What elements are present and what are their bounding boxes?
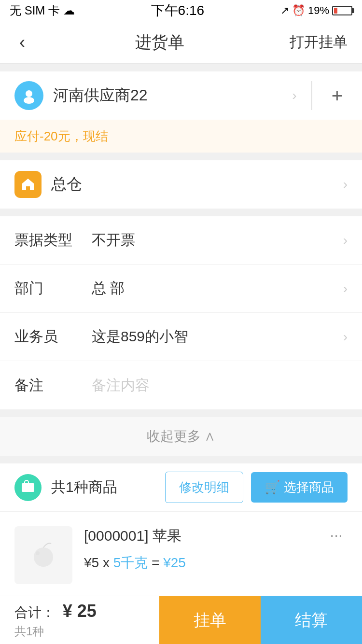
sales-row[interactable]: 业务员 这是859的小智 › xyxy=(0,313,362,361)
invoice-value: 不开票 xyxy=(82,230,343,250)
select-product-button[interactable]: 🛒 选择商品 xyxy=(251,472,348,503)
product-code: [0000001] xyxy=(84,528,148,544)
person-icon xyxy=(20,87,38,104)
supplier-name: 河南供应商22 xyxy=(53,85,292,106)
product-title: 苹果 xyxy=(153,528,181,544)
warehouse-chevron-icon: › xyxy=(343,177,348,192)
product-more-button[interactable]: ··· xyxy=(325,526,348,544)
remark-row[interactable]: 备注 备注内容 xyxy=(0,361,362,409)
status-left: 无 SIM 卡 ☁ xyxy=(10,3,75,18)
equals-sign: = xyxy=(152,555,163,570)
svg-point-3 xyxy=(34,547,53,567)
svg-point-0 xyxy=(26,90,32,97)
product-count-text: 共1种商品 xyxy=(51,477,165,497)
chevron-right-icon: › xyxy=(292,88,296,103)
multiply-sign: x xyxy=(103,555,113,570)
hang-button[interactable]: 挂单 xyxy=(159,596,261,644)
warehouse-icon xyxy=(14,171,42,198)
svg-point-1 xyxy=(24,97,34,104)
sales-label: 业务员 xyxy=(14,327,82,347)
footer: 合计： ¥ 25 共1种 挂单 结算 xyxy=(0,596,362,644)
invoice-row[interactable]: 票据类型 不开票 › xyxy=(0,216,362,265)
total-label: 合计： xyxy=(14,605,55,620)
dept-chevron-icon: › xyxy=(343,281,348,296)
dept-row[interactable]: 部门 总 部 › xyxy=(0,265,362,313)
warehouse-name: 总仓 xyxy=(51,174,343,195)
product-info: [0000001] 苹果 ¥5 x 5千克 = ¥25 xyxy=(84,526,325,572)
unit-price: ¥5 xyxy=(84,555,99,570)
select-product-icon: 🛒 xyxy=(265,480,280,495)
status-right: ↗ ⏰ 19% xyxy=(280,4,352,17)
product-total: ¥25 xyxy=(163,555,186,570)
location-icon: ↗ xyxy=(280,4,289,17)
divider xyxy=(311,81,312,110)
product-section: 共1种商品 修改明细 🛒 选择商品 [0000001] 苹果 xyxy=(0,463,362,599)
total-line1: 合计： ¥ 25 xyxy=(14,601,145,622)
add-button[interactable]: + xyxy=(327,80,348,112)
remark-input[interactable]: 备注内容 xyxy=(82,376,348,395)
back-button[interactable]: ‹ xyxy=(14,28,30,57)
invoice-chevron-icon: › xyxy=(343,233,348,248)
total-count: 共1种 xyxy=(14,624,145,639)
battery-percent: 19% xyxy=(308,4,329,17)
quantity: 5千克 xyxy=(113,555,148,570)
cart-icon xyxy=(20,479,36,496)
content: 河南供应商22 › + 应付-20元，现结 总仓 › 票据类型 不开票 › 部门… xyxy=(0,71,362,644)
select-product-label: 选择商品 xyxy=(284,479,334,496)
product-count-icon xyxy=(14,474,42,501)
settle-button[interactable]: 结算 xyxy=(261,596,362,644)
product-thumbnail xyxy=(14,526,72,584)
house-icon xyxy=(20,177,36,192)
product-thumb-icon xyxy=(28,540,59,571)
collapse-button[interactable]: 收起更多 ∧ xyxy=(0,417,362,456)
product-header: 共1种商品 修改明细 🛒 选择商品 xyxy=(0,463,362,512)
supplier-avatar xyxy=(14,81,43,110)
sales-value: 这是859的小智 xyxy=(82,327,343,347)
sim-status: 无 SIM 卡 ☁ xyxy=(10,3,75,18)
nav-bar: ‹ 进货单 打开挂单 xyxy=(0,21,362,64)
supplier-row[interactable]: 河南供应商22 › + xyxy=(0,71,362,120)
product-name: [0000001] 苹果 xyxy=(84,526,325,546)
sales-chevron-icon: › xyxy=(343,329,348,345)
battery-icon xyxy=(332,6,352,15)
page-title: 进货单 xyxy=(135,31,184,54)
total-amount: ¥ 25 xyxy=(63,601,97,621)
open-hang-button[interactable]: 打开挂单 xyxy=(290,32,348,52)
product-price: ¥5 x 5千克 = ¥25 xyxy=(84,554,325,572)
remark-label: 备注 xyxy=(14,376,82,395)
supplier-card: 河南供应商22 › + 应付-20元，现结 xyxy=(0,71,362,153)
status-time: 下午6:16 xyxy=(151,1,205,20)
product-item: [0000001] 苹果 ¥5 x 5千克 = ¥25 ··· xyxy=(0,512,362,599)
dept-value: 总 部 xyxy=(82,279,343,298)
warehouse-row[interactable]: 总仓 › xyxy=(0,160,362,209)
status-bar: 无 SIM 卡 ☁ 下午6:16 ↗ ⏰ 19% xyxy=(0,0,362,21)
invoice-label: 票据类型 xyxy=(14,230,82,250)
svg-point-4 xyxy=(36,551,40,555)
edit-detail-button[interactable]: 修改明细 xyxy=(165,472,243,503)
svg-rect-2 xyxy=(22,483,34,492)
footer-total: 合计： ¥ 25 共1种 xyxy=(0,601,159,639)
dept-label: 部门 xyxy=(14,279,82,298)
notice-banner: 应付-20元，现结 xyxy=(0,120,362,153)
form-card: 票据类型 不开票 › 部门 总 部 › 业务员 这是859的小智 › 备注 备注… xyxy=(0,216,362,409)
alarm-icon: ⏰ xyxy=(292,4,305,17)
warehouse-card: 总仓 › xyxy=(0,160,362,209)
